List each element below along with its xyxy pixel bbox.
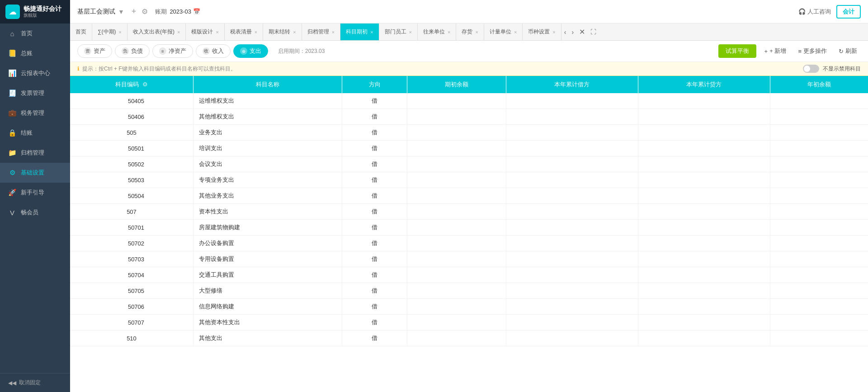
cell-direction: 借 bbox=[342, 125, 407, 141]
sub-tab-income[interactable]: 收收入 bbox=[196, 44, 231, 58]
sidebar-item-home[interactable]: ⌂首页 bbox=[0, 24, 70, 43]
sidebar-item-member[interactable]: V畅会员 bbox=[0, 203, 70, 222]
balance-button[interactable]: 试算平衡 bbox=[718, 44, 756, 58]
cell-ytd-debit bbox=[506, 299, 638, 315]
table-row[interactable]: 50501 培训支出 借 bbox=[70, 141, 868, 156]
sidebar: ☁ 畅捷通好会计 旗舰版 ⌂首页📒总账📊云报表中心🧾发票管理💼税务管理🔒结账📁归… bbox=[0, 0, 70, 392]
sidebar-footer[interactable]: ◀◀ 取消固定 bbox=[0, 373, 70, 392]
cell-code: 505 bbox=[70, 125, 193, 141]
tab-tax_clear[interactable]: 税表清册× bbox=[225, 24, 263, 40]
table-row[interactable]: 50405 运维维权支出 借 bbox=[70, 93, 868, 109]
headset-icon: 🎧 bbox=[798, 8, 806, 15]
sub-tab-actions: 试算平衡 + + 新增 ≡ 更多操作 ↻ 刷新 bbox=[718, 44, 861, 58]
cell-direction: 借 bbox=[342, 93, 407, 109]
tab-close-icon[interactable]: × bbox=[119, 29, 122, 35]
tab-close-icon[interactable]: × bbox=[293, 29, 296, 35]
cell-ytd-debit bbox=[506, 188, 638, 204]
company-selector[interactable]: 基层工会测试 ▼ bbox=[77, 8, 124, 16]
sub-tab-liability[interactable]: 负负债 bbox=[115, 44, 150, 58]
tab-counterpart[interactable]: 往来单位× bbox=[418, 24, 456, 40]
cell-opening-balance bbox=[407, 236, 506, 251]
sidebar-item-guide[interactable]: 🚀新手引导 bbox=[0, 183, 70, 203]
tab-close-icon[interactable]: × bbox=[332, 29, 335, 35]
table-row[interactable]: 50406 其他维权支出 借 bbox=[70, 109, 868, 125]
table-row[interactable]: 510 其他支出 借 bbox=[70, 331, 868, 346]
account-button[interactable]: 会计 bbox=[836, 5, 861, 19]
cell-opening-balance bbox=[407, 331, 506, 346]
header-settings-icon[interactable]: ⚙ bbox=[142, 7, 148, 16]
tab-close-icon[interactable]: × bbox=[255, 29, 257, 35]
tab-close-icon[interactable]: × bbox=[475, 29, 478, 35]
tab-home[interactable]: 首页 bbox=[70, 24, 92, 40]
cell-opening-balance bbox=[407, 299, 506, 315]
tab-close-icon[interactable]: × bbox=[409, 29, 412, 35]
sidebar-item-settings[interactable]: ⚙基础设置 bbox=[0, 163, 70, 183]
table-row[interactable]: 50703 专用设备购置 借 bbox=[70, 251, 868, 267]
table-row[interactable]: 50701 房屋建筑物购建 借 bbox=[70, 220, 868, 236]
sub-tab-expenditure[interactable]: ⊕支出 bbox=[233, 44, 268, 58]
tab-period_end[interactable]: 期末结转× bbox=[263, 24, 302, 40]
table-row[interactable]: 50705 大型修缮 借 bbox=[70, 283, 868, 299]
cell-ytd-credit bbox=[638, 188, 770, 204]
table-row[interactable]: 50707 其他资本性支出 借 bbox=[70, 315, 868, 331]
cell-ytd-credit bbox=[638, 141, 770, 156]
tab-unit[interactable]: 计量单位× bbox=[484, 24, 523, 40]
refresh-button[interactable]: ↻ 刷新 bbox=[835, 45, 861, 57]
sub-tab-net_asset[interactable]: ≡净资产 bbox=[152, 44, 193, 58]
sidebar-item-archive[interactable]: 📁归档管理 bbox=[0, 143, 70, 163]
table-row[interactable]: 505 业务支出 借 bbox=[70, 125, 868, 141]
cell-ytd-debit bbox=[506, 315, 638, 331]
tab-close-icon[interactable]: × bbox=[514, 29, 517, 35]
table-row[interactable]: 50504 其他业务支出 借 bbox=[70, 188, 868, 204]
table-row[interactable]: 50502 会议支出 借 bbox=[70, 156, 868, 172]
close-all-tabs-button[interactable]: ✕ bbox=[576, 24, 588, 40]
cell-beginning-balance bbox=[770, 283, 868, 299]
subject-table: 科目编码 ⚙ 科目名称 方向 期初余额 本年累计借方 本年累计贷方 年初余额 5… bbox=[70, 76, 868, 346]
tab-close-icon[interactable]: × bbox=[177, 29, 180, 35]
tab-inventory[interactable]: 存货× bbox=[456, 24, 484, 40]
tab-label: 税表清册 bbox=[230, 28, 252, 36]
tab-archive_mgmt[interactable]: 归档管理× bbox=[302, 24, 340, 40]
tab-interim[interactable]: ∑(中期)× bbox=[92, 24, 127, 40]
sidebar-item-invoice[interactable]: 🧾发票管理 bbox=[0, 83, 70, 103]
tab-income_annual[interactable]: 收入支出表(年报)× bbox=[127, 24, 186, 40]
sidebar-item-ledger[interactable]: 📒总账 bbox=[0, 43, 70, 63]
tab-close-icon[interactable]: × bbox=[216, 29, 218, 35]
cell-code: 510 bbox=[70, 331, 193, 346]
disable-toggle[interactable] bbox=[803, 65, 819, 73]
tab-close-icon[interactable]: × bbox=[552, 29, 555, 35]
calendar-icon[interactable]: 📅 bbox=[193, 8, 200, 15]
add-tab-button[interactable]: + bbox=[132, 7, 137, 16]
service-button[interactable]: 🎧 人工咨询 bbox=[798, 8, 831, 16]
table-row[interactable]: 507 资本性支出 借 bbox=[70, 204, 868, 220]
settings-icon: ⚙ bbox=[8, 169, 16, 177]
cell-code: 50502 bbox=[70, 156, 193, 172]
cell-code: 50703 bbox=[70, 251, 193, 267]
tab-dept_staff[interactable]: 部门员工× bbox=[379, 24, 418, 40]
tab-currency[interactable]: 币种设置× bbox=[523, 24, 561, 40]
column-settings-icon[interactable]: ⚙ bbox=[142, 81, 148, 88]
cell-beginning-balance bbox=[770, 172, 868, 188]
tab-template[interactable]: 模版设计× bbox=[186, 24, 224, 40]
table-row[interactable]: 50704 交通工具购置 借 bbox=[70, 267, 868, 283]
table-row[interactable]: 50706 信息网络购建 借 bbox=[70, 299, 868, 315]
table-row[interactable]: 50702 办公设备购置 借 bbox=[70, 236, 868, 251]
cell-opening-balance bbox=[407, 93, 506, 109]
company-dropdown-icon: ▼ bbox=[118, 8, 124, 15]
tab-close-icon[interactable]: × bbox=[370, 29, 373, 35]
more-actions-button[interactable]: ≡ 更多操作 bbox=[794, 45, 830, 57]
header-right: 🎧 人工咨询 会计 bbox=[798, 5, 861, 19]
sidebar-item-tax[interactable]: 💼税务管理 bbox=[0, 103, 70, 123]
maximize-button[interactable]: ⛶ bbox=[588, 24, 599, 40]
tab-close-icon[interactable]: × bbox=[448, 29, 450, 35]
add-button[interactable]: + + 新增 bbox=[761, 45, 790, 57]
tab-label: 往来单位 bbox=[423, 28, 445, 36]
tab-subject_init[interactable]: 科目期初× bbox=[340, 24, 379, 40]
sub-tab-asset[interactable]: 资资产 bbox=[77, 44, 112, 58]
sidebar-item-close[interactable]: 🔒结账 bbox=[0, 123, 70, 143]
more-icon: ≡ bbox=[798, 48, 802, 55]
tab-next-button[interactable]: › bbox=[569, 24, 576, 40]
tab-prev-button[interactable]: ‹ bbox=[561, 24, 569, 40]
sidebar-item-reports[interactable]: 📊云报表中心 bbox=[0, 63, 70, 83]
table-row[interactable]: 50503 专项业务支出 借 bbox=[70, 172, 868, 188]
